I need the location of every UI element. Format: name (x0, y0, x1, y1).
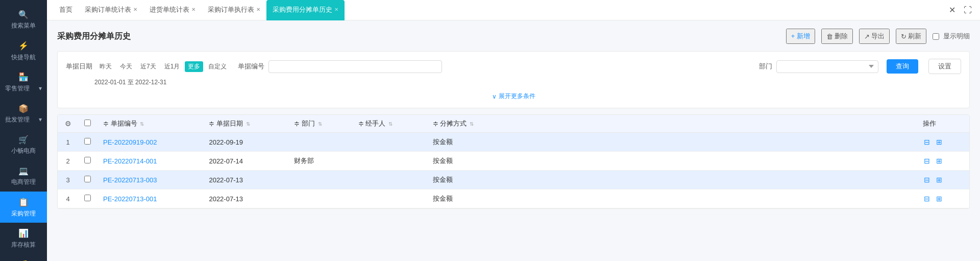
finance-icon: 💰 (2, 259, 45, 262)
close-icon[interactable]: ✕ (191, 7, 195, 12)
edit-icon[interactable]: ⊟ (923, 175, 931, 185)
show-columns-toggle[interactable]: 显示明细 (933, 32, 970, 41)
edit-icon[interactable]: ⊟ (923, 156, 931, 166)
date-option-yesterday[interactable]: 昨天 (96, 61, 115, 72)
dept-select[interactable] (776, 60, 878, 73)
date-option-today[interactable]: 今天 (117, 61, 135, 72)
dept-label: 部门 (759, 62, 772, 71)
export-button[interactable]: ↗ 导出 (859, 29, 890, 44)
row-checkbox-cell (78, 133, 97, 152)
sidebar-item-ecom-mgmt[interactable]: 💻 电商管理 (0, 160, 47, 192)
checkbox-header (78, 115, 97, 133)
search-menu-icon: 🔍 (2, 9, 45, 20)
sidebar-item-mini-shop[interactable]: 🛒 小畅电商 (0, 129, 47, 160)
sidebar-item-purchase-mgmt[interactable]: 📋 采购管理 (0, 192, 47, 223)
table-header-row: ⚙ ≑ 单据编号 ⇅ ≑ 单据日期 ⇅ ≑ 部门 ⇅ (58, 115, 969, 133)
row-doc-date: 2022-07-13 (203, 189, 288, 208)
tab-home[interactable]: 首页 (53, 0, 79, 20)
date-option-1month[interactable]: 近1月 (161, 61, 183, 72)
settings-button[interactable]: 设置 (928, 59, 961, 74)
more-icon[interactable]: ⊞ (935, 194, 943, 204)
refresh-button[interactable]: ↻ 刷新 (896, 29, 926, 44)
row-checkbox[interactable] (84, 157, 91, 163)
tab-purchase-order-exec[interactable]: 采购订单执行表 ✕ (202, 0, 266, 20)
tab-purchase-order-stats[interactable]: 采购订单统计表 ✕ (79, 0, 143, 20)
sidebar-item-label: 搜索菜单 (2, 21, 45, 30)
row-actions: ⊟ ⊞ (917, 171, 969, 189)
date-option-7days[interactable]: 近7天 (137, 61, 159, 72)
show-columns-checkbox[interactable] (933, 33, 939, 40)
col-split-method: ≑ 分摊方式 ⇅ (427, 115, 917, 133)
row-seq: 1 (58, 133, 78, 152)
sidebar-item-label: 采购管理 (2, 209, 45, 218)
doc-num-label: 单据编号 (238, 62, 264, 71)
row-doc-date: 2022-07-13 (203, 171, 288, 189)
date-option-custom[interactable]: 自定义 (205, 61, 230, 72)
sidebar-item-label: 库存核算 (2, 241, 45, 249)
search-panel: 单据日期 昨天 今天 近7天 近1月 更多 自定义 单据编号 (57, 51, 970, 108)
close-icon[interactable]: ✕ (256, 7, 260, 12)
more-icon[interactable]: ⊞ (935, 175, 943, 185)
col-actions: 操作 (917, 115, 969, 133)
table-row: 3 PE-20220713-003 2022-07-13 按金额 ⊟ ⊞ (58, 171, 969, 189)
row-doc-num[interactable]: PE-20220714-001 (97, 152, 203, 171)
maximize-btn[interactable]: ⛶ (962, 4, 974, 17)
col-doc-date: ≑ 单据日期 ⇅ (203, 115, 288, 133)
arrow-icon: ▾ (39, 115, 42, 124)
sort-icon: ⇅ (318, 121, 322, 127)
row-checkbox-cell (78, 152, 97, 171)
new-button[interactable]: + 新增 (786, 29, 815, 44)
row-handler (352, 189, 427, 208)
tab-bar: 首页 采购订单统计表 ✕ 进货单统计表 ✕ 采购订单执行表 ✕ 采购费用分摊单历… (47, 0, 980, 20)
sidebar-item-retail-mgmt[interactable]: 🏪 零售管理 ▾ (0, 66, 47, 98)
tab-goods-receipt-stats[interactable]: 进货单统计表 ✕ (143, 0, 202, 20)
sidebar-item-inventory[interactable]: 📊 库存核算 (0, 223, 47, 254)
retail-icon: 🏪 (2, 72, 45, 83)
delete-button[interactable]: 🗑 删除 (821, 29, 853, 44)
edit-icon[interactable]: ⊟ (923, 137, 931, 147)
inventory-icon: 📊 (2, 228, 45, 239)
col-dept: ≑ 部门 ⇅ (288, 115, 352, 133)
date-label: 单据日期 (66, 62, 92, 71)
quick-nav-icon: ⚡ (2, 40, 45, 52)
date-range-display: 2022-01-01 至 2022-12-31 (94, 78, 961, 87)
sidebar-item-label: 小畅电商 (2, 147, 45, 155)
row-checkbox[interactable] (84, 176, 91, 182)
sidebar-item-finance-mgmt[interactable]: 💰 资金管理 (0, 254, 47, 262)
tab-purchase-cost-history[interactable]: 采购费用分摊单历史 ✕ (266, 0, 345, 20)
row-handler (352, 133, 427, 152)
row-doc-num[interactable]: PE-20220919-002 (97, 133, 203, 152)
sort-icon: ⇅ (246, 121, 250, 127)
close-window-btn[interactable]: ✕ (947, 3, 958, 17)
settings-gear-icon[interactable]: ⚙ (65, 120, 71, 128)
row-doc-date: 2022-07-14 (203, 152, 288, 171)
row-checkbox[interactable] (84, 195, 91, 201)
expand-more-btn[interactable]: ∨ 展开更多条件 (66, 90, 961, 103)
sidebar-item-search-menu[interactable]: 🔍 搜索菜单 (0, 4, 47, 35)
row-checkbox[interactable] (84, 138, 91, 145)
more-icon[interactable]: ⊞ (935, 137, 943, 147)
doc-num-input[interactable] (268, 60, 442, 73)
sort-icon: ⇅ (140, 121, 144, 127)
row-doc-num[interactable]: PE-20220713-001 (97, 189, 203, 208)
row-doc-num[interactable]: PE-20220713-003 (97, 171, 203, 189)
date-option-more[interactable]: 更多 (185, 61, 203, 72)
row-split-method: 按金额 (427, 171, 917, 189)
row-dept (288, 171, 352, 189)
sort-icon: ⇅ (470, 121, 474, 127)
search-button[interactable]: 查询 (887, 59, 918, 74)
tab-label: 采购费用分摊单历史 (273, 5, 332, 14)
row-doc-date: 2022-09-19 (203, 133, 288, 152)
more-icon[interactable]: ⊞ (935, 156, 943, 166)
records-table: ⚙ ≑ 单据编号 ⇅ ≑ 单据日期 ⇅ ≑ 部门 ⇅ (58, 115, 969, 208)
close-icon[interactable]: ✕ (133, 7, 137, 12)
sidebar-item-label: 批发管理 (5, 115, 30, 124)
close-icon[interactable]: ✕ (334, 7, 338, 12)
sidebar-item-wholesale-mgmt[interactable]: 📦 批发管理 ▾ (0, 98, 47, 129)
sidebar-item-quick-nav[interactable]: ⚡ 快捷导航 (0, 35, 47, 66)
row-checkbox-cell (78, 189, 97, 208)
delete-icon: 🗑 (826, 33, 833, 40)
row-checkbox-cell (78, 171, 97, 189)
edit-icon[interactable]: ⊟ (923, 194, 931, 204)
select-all-checkbox[interactable] (84, 120, 91, 126)
